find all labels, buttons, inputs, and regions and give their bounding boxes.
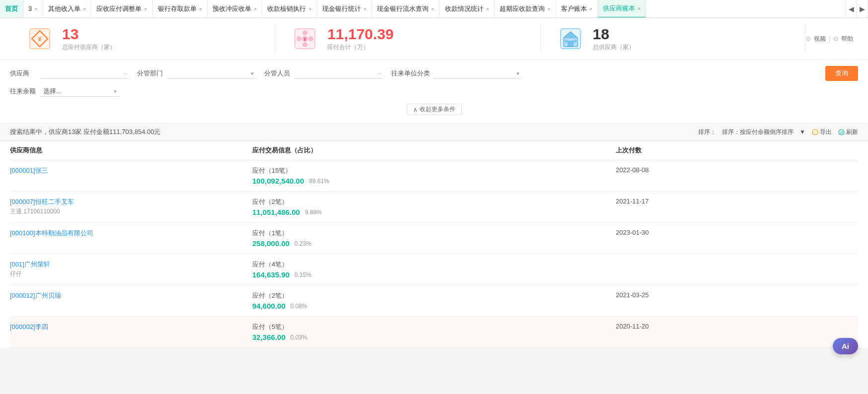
balance-select-wrap: 选择... ▼ bbox=[40, 86, 120, 97]
flower-pink-icon: ¥ bbox=[290, 24, 320, 54]
stats-row: ¥ 13 总应付供应商（家） ¥ 11,170.39 应付合计（万） bbox=[0, 18, 868, 60]
supplier-input[interactable] bbox=[40, 68, 130, 79]
export-label: 导出 bbox=[820, 128, 832, 136]
person-input[interactable] bbox=[294, 68, 384, 79]
nav-home-label: 首页 bbox=[5, 4, 18, 13]
trans-pct-2: 9.89% bbox=[305, 209, 322, 216]
last-pay-1: 2022-08-08 bbox=[616, 166, 858, 174]
export-button[interactable]: ↓ 导出 bbox=[811, 128, 832, 136]
trans-amount-1[interactable]: 100,092,540.00 bbox=[252, 177, 304, 185]
trans-pct-3: 0.23% bbox=[294, 240, 311, 247]
nav-tab-cash-bank-label: 现金银行统计 bbox=[322, 4, 361, 13]
stat-amount-due-number: 11,170.39 bbox=[327, 26, 393, 42]
results-summary: 搜索结果中，供应商13家 应付金额111,703,854.00元 bbox=[10, 128, 160, 136]
separator: | bbox=[829, 35, 830, 42]
nav-tab-prepay[interactable]: 预收冲应收单 × bbox=[208, 0, 262, 18]
filter-group-balance: 往来余额 选择... ▼ bbox=[10, 86, 120, 97]
col-header-trans: 应付交易信息（占比） bbox=[252, 146, 616, 155]
trans-row-2: 11,051,486.00 9.89% bbox=[252, 208, 616, 216]
nav-tab-supplier-account[interactable]: 供应商账本 × bbox=[598, 0, 646, 18]
help-link[interactable]: 帮助 bbox=[841, 35, 853, 43]
nav-tab-overdue[interactable]: 超期应收款查询 × bbox=[495, 0, 556, 18]
close-icon[interactable]: × bbox=[254, 6, 257, 12]
nav-tab-cash-flow[interactable]: 现金银行流水查询 × bbox=[372, 0, 439, 18]
trans-amount-6[interactable]: 32,366.00 bbox=[252, 333, 286, 341]
filter-row-1: 供应商 ··· 分管部门 ▼ 分管人员 ··· bbox=[10, 66, 858, 81]
nav-tab-adjustment[interactable]: 应收应付调整单 × bbox=[91, 0, 152, 18]
trans-label-2: 应付（2笔） bbox=[252, 197, 616, 206]
supplier-link-3[interactable]: [000100]本特勒油品有限公司 bbox=[10, 229, 252, 238]
ai-label: Ai bbox=[842, 342, 849, 348]
svg-rect-12 bbox=[568, 41, 574, 47]
category-filter-label: 往来单位分类 bbox=[391, 69, 430, 78]
close-icon[interactable]: × bbox=[199, 6, 202, 12]
nav-tab-customer-account[interactable]: 客户账本 × bbox=[556, 0, 598, 18]
supplier-info-3: [000100]本特勒油品有限公司 bbox=[10, 229, 252, 238]
nav-tab-cash-bank[interactable]: 现金银行统计 × bbox=[317, 0, 372, 18]
nav-prev-button[interactable]: ◀ bbox=[846, 0, 857, 18]
table-row: [000007]恒旺二手叉车 王通 17106110000 应付（2笔） 11,… bbox=[10, 192, 858, 223]
trans-amount-2[interactable]: 11,051,486.00 bbox=[252, 208, 300, 216]
nav-tab-bank-deposit-label: 银行存取款单 bbox=[158, 4, 197, 13]
nav-home[interactable]: 首页 bbox=[0, 0, 23, 18]
nav-tab-collect[interactable]: 收款核销执行 × bbox=[262, 0, 317, 18]
trans-row-1: 100,092,540.00 89.61% bbox=[252, 177, 616, 185]
supplier-link-1[interactable]: [000001]张三 bbox=[10, 166, 252, 175]
close-icon[interactable]: × bbox=[486, 6, 489, 12]
supplier-info-4: [001]广州荣轩 仔仔 bbox=[10, 260, 252, 278]
query-button[interactable]: 查询 bbox=[825, 66, 858, 81]
sort-dropdown-icon: ▼ bbox=[799, 129, 805, 135]
close-icon[interactable]: × bbox=[34, 6, 37, 12]
supplier-link-6[interactable]: [000002]李四 bbox=[10, 323, 252, 331]
balance-select[interactable]: 选择... bbox=[40, 86, 120, 97]
trans-row-4: 164,635.90 0.15% bbox=[252, 270, 616, 279]
svg-point-7 bbox=[296, 36, 301, 41]
close-icon[interactable]: × bbox=[547, 6, 550, 12]
category-select[interactable] bbox=[433, 68, 522, 79]
supplier-link-4[interactable]: [001]广州荣轩 bbox=[10, 260, 252, 269]
stat-suppliers-due-label: 总应付供应商（家） bbox=[62, 43, 116, 52]
last-pay-6: 2020-11-20 bbox=[616, 323, 858, 330]
sort-select[interactable]: 排序：按应付余额倒序排序 bbox=[722, 128, 794, 136]
diamond-orange-icon: ¥ bbox=[25, 24, 55, 54]
trans-row-6: 32,366.00 0.03% bbox=[252, 333, 616, 341]
table-row: [000012]广州贝瑞 应付（2笔） 94,600.00 0.08% 2021… bbox=[10, 285, 858, 317]
nav-tab-collect-stat[interactable]: 收款情况统计 × bbox=[440, 0, 495, 18]
close-icon[interactable]: × bbox=[144, 6, 147, 12]
stat-amount-due-label: 应付合计（万） bbox=[327, 43, 393, 52]
svg-point-6 bbox=[302, 42, 307, 47]
stat-total-suppliers-label: 总供应商（家） bbox=[593, 43, 635, 52]
nav-tab-num[interactable]: 3 × bbox=[23, 0, 43, 18]
trans-amount-5[interactable]: 94,600.00 bbox=[252, 302, 286, 310]
dept-select[interactable] bbox=[167, 68, 257, 79]
nav-tab-bank-deposit[interactable]: 银行存取款单 × bbox=[153, 0, 208, 18]
close-icon[interactable]: × bbox=[431, 6, 434, 12]
last-pay-date-1: 2022-08-08 bbox=[616, 166, 649, 174]
svg-text:↺: ↺ bbox=[840, 130, 843, 134]
ai-button[interactable]: Ai bbox=[833, 338, 858, 348]
close-icon[interactable]: × bbox=[589, 6, 592, 12]
close-icon[interactable]: × bbox=[308, 6, 311, 12]
table-row: [000100]本特勒油品有限公司 应付（1笔） 258,000.00 0.23… bbox=[10, 223, 858, 254]
trans-amount-4[interactable]: 164,635.90 bbox=[252, 270, 289, 279]
filter-group-dept: 分管部门 ▼ bbox=[137, 68, 257, 79]
close-icon[interactable]: × bbox=[363, 6, 366, 12]
trans-pct-4: 0.15% bbox=[294, 271, 311, 278]
table-header: 供应商信息 应付交易信息（占比） 上次付数 bbox=[10, 141, 858, 160]
trans-amount-3[interactable]: 258,000.00 bbox=[252, 239, 289, 248]
video-link[interactable]: 视频 bbox=[814, 35, 826, 43]
trans-info-5: 应付（2笔） 94,600.00 0.08% bbox=[252, 291, 616, 310]
supplier-link-2[interactable]: [000007]恒旺二手叉车 bbox=[10, 197, 252, 206]
nav-tab-other-income[interactable]: 其他收入单 × bbox=[43, 0, 91, 18]
collapse-button[interactable]: ∧ 收起更多条件 bbox=[407, 104, 462, 115]
close-icon[interactable]: × bbox=[638, 5, 641, 11]
supplier-contact-4: 仔仔 bbox=[10, 270, 252, 278]
nav-next-button[interactable]: ▶ bbox=[857, 0, 868, 18]
refresh-button[interactable]: ↺ 刷新 bbox=[838, 128, 858, 136]
svg-rect-13 bbox=[565, 40, 568, 43]
close-icon[interactable]: × bbox=[83, 6, 86, 12]
nav-tab-collect-stat-label: 收款情况统计 bbox=[445, 4, 484, 13]
supplier-link-5[interactable]: [000012]广州贝瑞 bbox=[10, 291, 252, 300]
trans-label-3: 应付（1笔） bbox=[252, 229, 616, 238]
svg-point-8 bbox=[308, 36, 313, 41]
